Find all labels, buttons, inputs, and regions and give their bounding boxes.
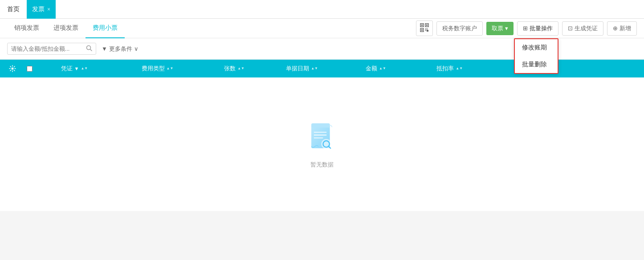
- expense-type-sort[interactable]: ▲▼: [167, 67, 174, 70]
- svg-rect-3: [426, 24, 428, 26]
- generate-voucher-label: 生成凭证: [575, 24, 598, 32]
- svg-rect-9: [427, 30, 428, 32]
- batch-op-label: 批量操作: [530, 24, 553, 32]
- th-date[interactable]: 单据日期 ▲▼: [265, 65, 339, 73]
- svg-rect-8: [425, 30, 426, 31]
- th-expense-type[interactable]: 费用类型 ▲▼: [111, 65, 204, 73]
- tab-input[interactable]: 进项发票: [46, 19, 86, 38]
- voucher-filter-icon: ▼: [74, 66, 79, 71]
- qr-icon: [420, 23, 429, 32]
- deduct-rate-sort[interactable]: ▲▼: [456, 67, 463, 70]
- take-ticket-label: 取票: [492, 24, 503, 32]
- svg-rect-5: [421, 29, 423, 31]
- th-count[interactable]: 张数 ▲▼: [204, 65, 265, 73]
- add-new-button[interactable]: ⊕ 新增: [607, 21, 637, 36]
- add-icon: ⊕: [613, 25, 618, 32]
- date-sort[interactable]: ▲▼: [311, 67, 318, 70]
- empty-illustration: [304, 120, 340, 155]
- svg-line-11: [90, 49, 92, 51]
- top-nav: 首页 发票 ×: [0, 0, 644, 19]
- voucher-sort[interactable]: ▲▼: [81, 67, 88, 70]
- invoice-tab[interactable]: 发票 ×: [27, 0, 56, 19]
- search-icon[interactable]: [86, 45, 92, 53]
- take-ticket-button[interactable]: 取票 ▾: [486, 22, 514, 35]
- amount-sort[interactable]: ▲▼: [379, 67, 386, 70]
- batch-op-button[interactable]: ⊞ 批量操作: [517, 21, 558, 36]
- th-amount[interactable]: 金额 ▲▼: [339, 65, 413, 73]
- generate-voucher-button[interactable]: ⊡ 生成凭证: [562, 21, 603, 36]
- count-sort[interactable]: ▲▼: [237, 67, 245, 70]
- sub-tabs-bar: 销项发票 进项发票 费用小票 税务数字账户: [0, 19, 644, 38]
- filter-icon: ▼: [102, 45, 107, 52]
- tab-sales[interactable]: 销项发票: [7, 19, 46, 38]
- table-body: 暂无数据: [0, 77, 644, 211]
- invoice-tab-close[interactable]: ×: [47, 6, 50, 12]
- empty-state: 暂无数据: [304, 93, 340, 195]
- dropdown-item-batch-delete[interactable]: 批量删除: [515, 56, 558, 73]
- qr-button[interactable]: [416, 20, 433, 36]
- batch-dropdown-menu: 修改账期 批量删除: [514, 38, 558, 74]
- svg-rect-1: [421, 24, 423, 26]
- generate-icon: ⊡: [568, 25, 573, 32]
- batch-op-wrapper: ⊞ 批量操作 修改账期 批量删除: [517, 21, 558, 36]
- th-voucher[interactable]: 凭证 ▼ ▲▼: [37, 65, 111, 73]
- tax-digital-button[interactable]: 税务数字账户: [436, 21, 483, 36]
- svg-point-12: [12, 68, 14, 70]
- batch-op-icon: ⊞: [523, 25, 528, 32]
- empty-text: 暂无数据: [310, 161, 334, 169]
- more-conditions-arrow: ∨: [134, 45, 139, 52]
- settings-icon: [9, 65, 16, 72]
- invoice-tab-label: 发票: [32, 5, 45, 13]
- more-conditions-btn[interactable]: ▼ 更多条件 ∨: [102, 45, 139, 53]
- add-new-label: 新增: [620, 24, 631, 32]
- th-settings[interactable]: [4, 65, 21, 72]
- dropdown-item-modify-period[interactable]: 修改账期: [515, 39, 558, 56]
- take-ticket-arrow: ▾: [505, 25, 508, 32]
- tax-digital-label: 税务数字账户: [442, 25, 477, 32]
- select-all-checkbox[interactable]: [27, 66, 33, 72]
- svg-rect-7: [427, 28, 428, 29]
- toolbar-right: 税务数字账户 取票 ▾ ⊞ 批量操作 修改账期 批量删除: [416, 20, 637, 36]
- svg-rect-14: [311, 123, 330, 128]
- home-link[interactable]: 首页: [7, 5, 27, 13]
- th-deduct-rate[interactable]: 抵扣率 ▲▼: [413, 65, 487, 73]
- more-conditions-label: 更多条件: [109, 45, 132, 53]
- search-wrap[interactable]: [7, 43, 96, 55]
- th-checkbox[interactable]: [21, 66, 37, 72]
- tab-expense[interactable]: 费用小票: [86, 19, 125, 38]
- svg-rect-6: [425, 28, 426, 29]
- search-input[interactable]: [11, 45, 86, 52]
